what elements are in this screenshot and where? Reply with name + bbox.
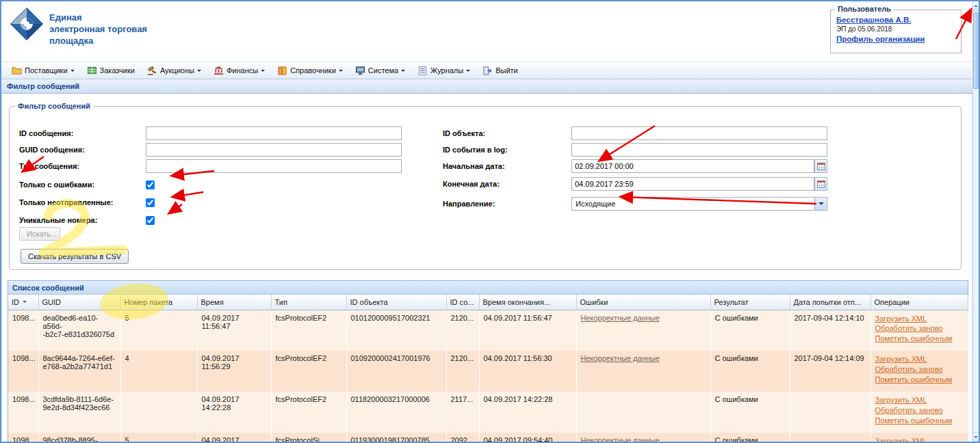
column-header-time[interactable]: Время <box>197 295 271 310</box>
scrollbar-down-button[interactable] <box>973 432 979 442</box>
vertical-scrollbar <box>972 1 979 442</box>
load-xml-link[interactable]: Загрузить XML <box>875 354 964 364</box>
log-event-id-input[interactable] <box>571 143 827 157</box>
only-errors-checkbox[interactable] <box>146 180 155 189</box>
content-area: Фильтр сообщений ID сообщения: GUID сооб… <box>1 94 972 442</box>
cell-packet <box>120 392 197 433</box>
cell-time: 04.09.2017 11:56:47 <box>197 310 271 351</box>
start-date-input[interactable] <box>571 159 814 173</box>
message-type-label: Тип сообщения: <box>19 162 146 170</box>
menu-item-journals[interactable]: Журналы <box>411 62 476 79</box>
cell-errors: Некорректные данные <box>576 310 710 351</box>
menu-item-label: Поставщики <box>25 66 68 75</box>
column-header-event-id[interactable]: ID со... <box>446 295 479 310</box>
message-type-input[interactable] <box>146 159 402 173</box>
menu-item-label: Финансы <box>227 66 258 75</box>
logo-icon[interactable] <box>10 7 44 41</box>
filter-fieldset: Фильтр сообщений ID сообщения: GUID сооб… <box>9 102 962 270</box>
column-header-operations[interactable]: Операции <box>871 295 968 310</box>
unique-numbers-checkbox[interactable] <box>146 216 155 225</box>
reprocess-link[interactable]: Обработать заново <box>875 323 964 334</box>
menu-item-directories[interactable]: Справочники <box>271 62 349 79</box>
chevron-down-icon <box>339 70 343 74</box>
cell-result: С ошибками <box>710 351 790 392</box>
triangle-down-icon <box>974 436 978 440</box>
user-panel: Пользователь Бесстрашнова А.В. ЭП до 05.… <box>830 10 962 53</box>
end-date-input[interactable] <box>571 177 814 191</box>
menu-item-customers[interactable]: Заказчики <box>81 62 141 79</box>
error-details-link[interactable]: Некорректные данные <box>581 436 660 442</box>
cell-object-id: 0109200002417001976 <box>346 351 446 392</box>
column-header-type[interactable]: Тип <box>271 295 346 310</box>
cell-attempt-date: 2017-09-04 12:14:09 <box>790 351 871 392</box>
column-header-errors[interactable]: Ошибки <box>576 295 710 310</box>
messages-panel-title: Список сообщений <box>8 281 968 295</box>
load-xml-link[interactable]: Загрузить XML <box>875 395 964 405</box>
cell-id: 1098... <box>8 392 38 433</box>
cell-id: 1098... <box>8 351 38 392</box>
org-profile-link[interactable]: Профиль организации <box>836 35 955 43</box>
table-row[interactable]: 1098... 8ac9644a-7264-e6ef- e768-a2b2a77… <box>8 351 968 392</box>
start-date-calendar-button[interactable] <box>814 159 827 173</box>
column-header-end-time[interactable]: Время окончания... <box>479 295 576 310</box>
cell-type: fcsProtocolEF2 <box>271 351 346 392</box>
column-header-id[interactable]: ID <box>8 295 38 310</box>
cell-event-id: 2120... <box>446 351 479 392</box>
cell-type: fcsProtocolSi... <box>271 433 346 442</box>
cell-guid: 98cd378b-8895-89c7- <box>38 433 120 442</box>
end-date-label: Конечная дата: <box>443 180 571 188</box>
user-name-link[interactable]: Бесстрашнова А.В. <box>836 16 955 24</box>
direction-selected-value: Исходящие <box>572 200 814 208</box>
error-details-link[interactable]: Некорректные данные <box>581 354 660 362</box>
table-header-row: ID GUID Номер пакета Время Тип ID объект… <box>8 295 968 310</box>
end-date-calendar-button[interactable] <box>814 177 827 191</box>
chevron-down-icon <box>197 70 201 74</box>
menu-item-label: Справочники <box>290 66 336 75</box>
reprocess-link[interactable]: Обработать заново <box>875 405 964 416</box>
menu-item-system[interactable]: Система <box>349 62 411 79</box>
load-xml-link[interactable]: Загрузить XML <box>875 436 964 442</box>
menu-item-finance[interactable]: Финансы <box>207 62 271 79</box>
column-header-packet[interactable]: Номер пакета <box>120 295 197 310</box>
auctions-icon <box>147 66 157 76</box>
signature-validity: ЭП до 05.06.2018 <box>836 25 955 33</box>
brand-title: Единая электронная торговая площадка <box>49 12 207 47</box>
cell-operations: Загрузить XML Обработать заново Пометить… <box>871 351 968 392</box>
error-details-link[interactable]: Некорректные данные <box>581 314 660 322</box>
column-header-object-id[interactable]: ID объекта <box>346 295 446 310</box>
table-row[interactable]: 1098... 98cd378b-8895-89c7- 5 04.09.2017… <box>8 433 968 442</box>
mark-erroneous-link[interactable]: Пометить ошибочным <box>875 375 964 385</box>
message-id-input[interactable] <box>146 126 402 140</box>
column-header-attempt-date[interactable]: Дата попытки отп... <box>790 295 871 310</box>
object-id-input[interactable] <box>571 126 827 140</box>
menu-item-auctions[interactable]: Аукционы <box>141 62 207 79</box>
load-xml-link[interactable]: Загрузить XML <box>875 314 964 324</box>
chevron-down-icon[interactable] <box>814 198 827 210</box>
filter-legend: Фильтр сообщений <box>15 102 93 110</box>
cell-end-time: 04.09.2017 09:54:40 <box>479 433 576 442</box>
menu-item-suppliers[interactable]: Поставщики <box>5 62 81 79</box>
column-header-guid[interactable]: GUID <box>38 295 120 310</box>
table-row[interactable]: 1098... 3cdfda9b-8111-6d6e- 9e2d-8d34f42… <box>8 392 968 433</box>
scrollbar-up-button[interactable] <box>973 1 979 11</box>
cell-errors: Некорректные данные <box>576 433 710 442</box>
column-header-result[interactable]: Результат <box>710 295 790 310</box>
menu-item-label: Журналы <box>430 66 463 75</box>
messages-panel: Список сообщений ID GUID Номер пакета Вр… <box>8 280 968 442</box>
mark-erroneous-link[interactable]: Пометить ошибочным <box>875 334 964 344</box>
object-id-label: ID объекта: <box>443 129 571 137</box>
download-csv-button[interactable]: Скачать результаты в CSV <box>21 249 129 264</box>
reprocess-link[interactable]: Обработать заново <box>875 364 964 375</box>
cell-packet: 4 <box>120 351 197 392</box>
menu-item-exit[interactable]: Выйти <box>476 62 524 79</box>
triangle-up-icon <box>974 3 978 7</box>
search-button[interactable]: Искать... <box>19 227 60 241</box>
message-guid-input[interactable] <box>146 143 402 157</box>
direction-select[interactable]: Исходящие <box>571 197 827 211</box>
chevron-down-icon <box>466 70 470 74</box>
table-row[interactable]: 1098... dea0bed6-ea10-a56d- -b2c7-e831d3… <box>8 310 968 351</box>
scrollbar-thumb[interactable] <box>973 12 979 89</box>
mark-erroneous-link[interactable]: Пометить ошибочным <box>875 416 964 426</box>
unique-numbers-label: Уникальные номера: <box>19 216 146 224</box>
only-unsent-checkbox[interactable] <box>146 198 155 207</box>
